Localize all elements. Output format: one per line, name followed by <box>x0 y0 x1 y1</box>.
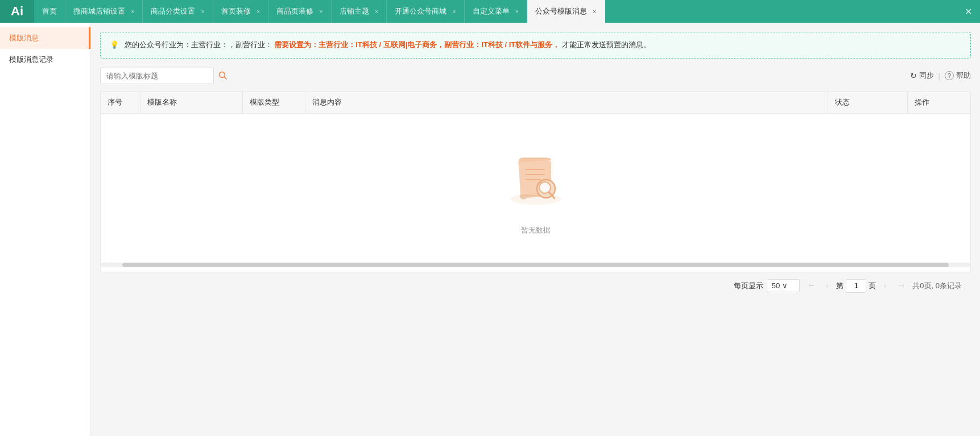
nav-tab-label: 商品页装修 <box>276 6 313 16</box>
close-tab-icon[interactable]: × <box>319 8 322 15</box>
nav-tab-label: 店铺主题 <box>340 6 369 16</box>
content-area: 💡 您的公众号行业为：主营行业：，副营行业： 需要设置为：主营行业：IT科技 /… <box>91 23 980 436</box>
prev-page-button[interactable]: ‹ <box>820 279 834 293</box>
close-tab-icon[interactable]: × <box>201 8 204 15</box>
help-icon: ? <box>945 71 954 80</box>
help-label: 帮助 <box>956 70 971 81</box>
divider: | <box>938 72 940 80</box>
scrollbar-thumb <box>122 263 949 267</box>
logo: Ai <box>0 0 34 23</box>
empty-icon <box>502 148 570 216</box>
svg-point-7 <box>539 182 551 193</box>
table-header-status: 状态 <box>828 92 908 113</box>
nav-tab-wechat-shop-settings[interactable]: 微商城店铺设置× <box>65 0 143 23</box>
nav-tab-label: 公众号模版消息 <box>535 6 587 16</box>
nav-tab-label: 商品分类设置 <box>151 6 195 16</box>
close-tab-icon[interactable]: × <box>593 8 596 15</box>
nav-tab-open-mall[interactable]: 开通公众号商城× <box>387 0 464 23</box>
close-tab-icon[interactable]: × <box>515 8 519 15</box>
nav-tab-product-category[interactable]: 商品分类设置× <box>143 0 213 23</box>
nav-tab-template-message[interactable]: 公众号模版消息× <box>527 0 605 23</box>
table-header-name: 模版名称 <box>140 92 243 113</box>
sync-label: 同步 <box>919 70 934 81</box>
sidebar: 模版消息模版消息记录 <box>0 23 91 436</box>
dropdown-arrow-icon: ∨ <box>782 281 788 290</box>
nav-tab-store-theme[interactable]: 店铺主题× <box>332 0 387 23</box>
table-header-action: 操作 <box>908 92 970 113</box>
nav-tab-label: 开通公众号商城 <box>395 6 446 16</box>
table-header-content: 消息内容 <box>305 92 828 113</box>
top-nav: Ai 首页微商城店铺设置×商品分类设置×首页装修×商品页装修×店铺主题×开通公众… <box>0 0 980 23</box>
sync-button[interactable]: ↻ 同步 <box>910 70 934 81</box>
table-header-type: 模版类型 <box>243 92 305 113</box>
notice-suffix: 才能正常发送预置的消息。 <box>562 40 651 49</box>
sync-icon: ↻ <box>910 71 917 80</box>
pagination: 每页显示 50 ∨ ⊢ ‹ 第 页 › ⊣ 共0页, 0条记录 <box>100 272 971 300</box>
empty-state: 暂无数据 <box>101 114 970 258</box>
nav-tab-label: 首页装修 <box>221 6 251 16</box>
notice-prefix: 您的公众号行业为：主营行业：，副营行业： <box>125 40 272 49</box>
table-container: 序号模版名称模版类型消息内容状态操作 <box>100 91 971 272</box>
page-controls: ⊢ ‹ 第 页 › ⊣ <box>804 279 908 293</box>
next-page-button[interactable]: › <box>878 279 892 293</box>
nav-tabs: 首页微商城店铺设置×商品分类设置×首页装修×商品页装修×店铺主题×开通公众号商城… <box>34 0 957 23</box>
close-tab-icon[interactable]: × <box>131 8 134 15</box>
bulb-icon: 💡 <box>110 40 119 49</box>
nav-tab-home[interactable]: 首页 <box>34 0 65 23</box>
page-size-select: 每页显示 50 ∨ <box>734 279 800 292</box>
nav-tab-label: 微商城店铺设置 <box>73 6 125 16</box>
nav-tab-home-decoration[interactable]: 首页装修× <box>213 0 268 23</box>
search-input[interactable] <box>100 68 214 84</box>
svg-line-1 <box>225 77 227 80</box>
last-page-button[interactable]: ⊣ <box>894 279 908 293</box>
page-size-dropdown[interactable]: 50 ∨ <box>767 279 800 292</box>
main-layout: 模版消息模版消息记录 💡 您的公众号行业为：主营行业：，副营行业： 需要设置为：… <box>0 23 980 436</box>
empty-text: 暂无数据 <box>521 225 551 235</box>
first-page-button[interactable]: ⊢ <box>804 279 818 293</box>
close-all-button[interactable]: ✕ <box>957 0 980 23</box>
page-summary: 共0页, 0条记录 <box>912 281 962 291</box>
scrollbar-area[interactable] <box>101 263 970 267</box>
nav-tab-product-decoration[interactable]: 商品页装修× <box>268 0 331 23</box>
close-tab-icon[interactable]: × <box>257 8 260 15</box>
close-tab-icon[interactable]: × <box>452 8 456 15</box>
search-bar: ↻ 同步 | ? 帮助 <box>100 68 971 84</box>
page-number-input[interactable] <box>846 279 866 293</box>
notice-box: 💡 您的公众号行业为：主营行业：，副营行业： 需要设置为：主营行业：IT科技 /… <box>100 32 971 59</box>
search-button[interactable] <box>218 71 228 80</box>
nav-tab-label: 自定义菜单 <box>473 6 510 16</box>
search-left <box>100 68 228 84</box>
table-header: 序号模版名称模版类型消息内容状态操作 <box>101 92 970 114</box>
nav-tab-custom-menu[interactable]: 自定义菜单× <box>465 0 527 23</box>
page-size-label: 每页显示 <box>734 281 763 291</box>
sidebar-item-template-msg-record[interactable]: 模版消息记录 <box>0 49 90 70</box>
page-label-suffix: 页 <box>869 281 876 291</box>
search-right: ↻ 同步 | ? 帮助 <box>910 70 971 81</box>
help-button[interactable]: ? 帮助 <box>945 70 971 81</box>
nav-tab-label: 首页 <box>42 6 57 16</box>
search-icon <box>218 71 228 80</box>
notice-highlight: 需要设置为：主营行业：IT科技 / 互联网|电子商务，副营行业：IT科技 / I… <box>274 40 560 49</box>
table-header-seq: 序号 <box>101 92 140 113</box>
page-label-prefix: 第 <box>836 281 843 291</box>
sidebar-item-template-msg[interactable]: 模版消息 <box>0 27 90 49</box>
page-size-value: 50 <box>772 281 780 290</box>
close-tab-icon[interactable]: × <box>375 8 378 15</box>
